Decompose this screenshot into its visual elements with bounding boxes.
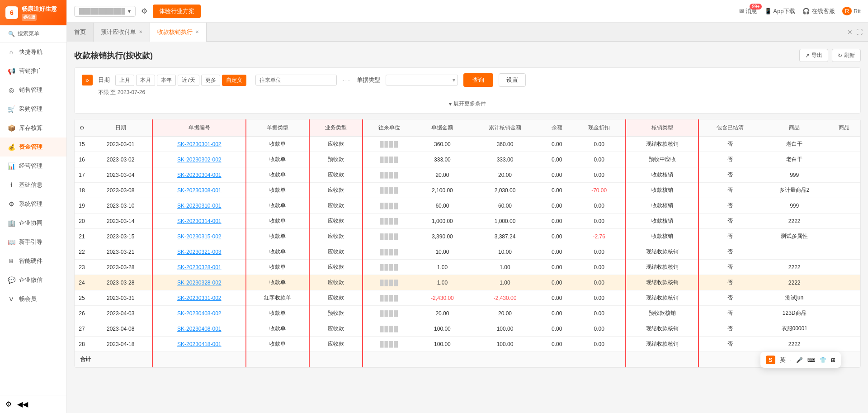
tab-collection-verify-close[interactable]: ✕: [195, 29, 199, 34]
table-cell[interactable]: SK-20230331-002: [152, 290, 246, 306]
total-amount: [415, 352, 470, 367]
more-date-btn[interactable]: 更多: [201, 75, 220, 86]
table-cell[interactable]: SK-20230304-001: [152, 167, 246, 183]
table-cell: [828, 290, 860, 306]
settings-button[interactable]: 设置: [499, 73, 526, 87]
this-month-btn[interactable]: 本月: [136, 75, 155, 86]
tab-collection-verify[interactable]: 收款核销执行 ✕: [150, 23, 207, 42]
settings-icon[interactable]: ⚙: [5, 400, 12, 408]
tab-home[interactable]: 首页: [67, 23, 94, 42]
table-cell: 否: [698, 275, 761, 290]
sidebar-item-guide[interactable]: 📖 新手引导: [0, 233, 66, 252]
sidebar-item-quick-nav[interactable]: ⌂ 快捷导航: [0, 43, 66, 62]
table-cell[interactable]: SK-20230308-001: [152, 183, 246, 198]
tabbar-actions: ✕ ⛶: [847, 28, 868, 36]
message-area[interactable]: ✉ 消息 99+: [739, 7, 758, 15]
table-cell[interactable]: SK-20230321-003: [152, 244, 246, 260]
table-cell: -2,430.00: [469, 290, 541, 306]
collapse-icon[interactable]: ◀◀: [17, 400, 28, 408]
tab-pre-receive[interactable]: 预计应收付单 ✕: [94, 23, 150, 42]
table-cell[interactable]: SK-20230315-002: [152, 229, 246, 244]
sidebar: 6 畅康道好生意 标推版 🔍 搜索菜单 ⌂ 快捷导航 📢 营销推广 ◎ 销售管理…: [0, 0, 67, 413]
sidebar-item-enterprise[interactable]: 🏢 企业协同: [0, 214, 66, 233]
sidebar-item-wechat[interactable]: 💬 企业微信: [0, 271, 66, 290]
table-cell[interactable]: SK-20230328-002: [152, 275, 246, 290]
user-info[interactable]: R Rit: [842, 8, 861, 14]
purchase-icon: 🛒: [7, 105, 15, 113]
expand-conditions-btn[interactable]: ▾ 展开更多条件: [449, 100, 486, 108]
table-cell[interactable]: SK-20230301-002: [152, 137, 246, 152]
sidebar-item-hardware[interactable]: 🖥 智能硬件: [0, 252, 66, 271]
tab-pre-receive-close[interactable]: ✕: [139, 29, 142, 34]
table-cell[interactable]: SK-20230418-001: [152, 337, 246, 352]
table-cell: 0.00: [573, 198, 625, 214]
grid-icon[interactable]: ⊞: [831, 357, 835, 363]
message-icon: ✉: [739, 8, 744, 14]
custom-date-btn[interactable]: 自定义: [222, 75, 246, 86]
table-cell: 收款单: [246, 167, 309, 183]
col-product2: 商品: [828, 119, 860, 137]
partner-input[interactable]: [255, 75, 337, 85]
table-cell: 0.00: [541, 214, 573, 229]
skin-icon[interactable]: 👕: [820, 357, 826, 363]
table-cell: 2023-03-21: [89, 244, 152, 260]
table-cell: ████: [363, 244, 415, 260]
table-cell[interactable]: SK-20230328-001: [152, 260, 246, 275]
table-cell: [828, 229, 860, 244]
table-cell[interactable]: SK-20230314-001: [152, 214, 246, 229]
table-cell[interactable]: SK-20230403-002: [152, 306, 246, 321]
table-cell: 0.00: [573, 306, 625, 321]
sidebar-item-member[interactable]: V 畅会员: [0, 290, 66, 309]
sidebar-search[interactable]: 🔍 搜索菜单: [0, 25, 66, 43]
gear-icon[interactable]: ⚙: [141, 7, 147, 15]
table-cell: 收款核销: [626, 198, 698, 214]
this-year-btn[interactable]: 本年: [157, 75, 176, 86]
export-button[interactable]: ↗ 导出: [799, 49, 828, 62]
topbar-right: ✉ 消息 99+ 📱 App下载 🎧 在线客服 R Rit: [739, 7, 861, 15]
col-biz-type: 业务类型: [309, 119, 363, 137]
online-service[interactable]: 🎧 在线客服: [802, 7, 835, 15]
table-cell[interactable]: SK-20230302-002: [152, 152, 246, 167]
table-cell: 测试jun: [761, 290, 828, 306]
sidebar-item-finance[interactable]: 💰 资金管理: [0, 138, 66, 157]
last-month-btn[interactable]: 上月: [115, 75, 134, 86]
col-gear[interactable]: ⚙: [75, 119, 89, 137]
table-cell: 否: [698, 183, 761, 198]
table-cell: 否: [698, 244, 761, 260]
query-button[interactable]: 查询: [463, 73, 493, 87]
table-cell: 333.00: [469, 152, 541, 167]
home-icon: ⌂: [7, 48, 15, 56]
sidebar-item-inventory[interactable]: 📦 库存核算: [0, 119, 66, 138]
tab-close-all-icon[interactable]: ✕: [847, 28, 853, 36]
microphone-icon[interactable]: 🎤: [796, 357, 803, 363]
table-cell: 0.00: [573, 167, 625, 183]
table-cell[interactable]: SK-20230310-001: [152, 198, 246, 214]
sidebar-item-operation[interactable]: 📊 经营管理: [0, 157, 66, 176]
voucher-type-select[interactable]: [386, 75, 458, 85]
total-accum: [469, 352, 541, 367]
filter-expand-toggle[interactable]: »: [82, 75, 93, 85]
table-cell[interactable]: SK-20230408-001: [152, 321, 246, 337]
sidebar-item-basic[interactable]: ℹ 基础信息: [0, 176, 66, 195]
sidebar-item-sales[interactable]: ◎ 销售管理: [0, 81, 66, 100]
table-row: 162023-03-02SK-20230302-002收款单预收款████333…: [75, 152, 860, 167]
sidebar-item-marketing[interactable]: 📢 营销推广: [0, 62, 66, 81]
app-download[interactable]: 📱 App下载: [764, 7, 795, 15]
table-cell: 应收款: [309, 337, 363, 352]
keyboard-icon[interactable]: ⌨: [807, 357, 815, 363]
nav-label: 新手引导: [19, 238, 42, 246]
solution-button[interactable]: 体验行业方案: [153, 5, 201, 18]
sidebar-item-system[interactable]: ⚙ 系统管理: [0, 195, 66, 214]
workspace-dropdown[interactable]: ████████████ ▾: [74, 6, 136, 17]
refresh-button[interactable]: ↻ 刷新: [832, 49, 861, 62]
guide-icon: 📖: [7, 238, 15, 246]
table-cell: 收款单: [246, 321, 309, 337]
chevron-down-icon: ▾: [128, 8, 131, 14]
table-cell: 0.00: [541, 167, 573, 183]
table-cell: 2023-03-31: [89, 290, 152, 306]
table-cell: 红字收款单: [246, 290, 309, 306]
table-cell: 0.00: [573, 137, 625, 152]
tab-expand-icon[interactable]: ⛶: [856, 28, 863, 36]
last-7days-btn[interactable]: 近7天: [178, 75, 200, 86]
sidebar-item-purchase[interactable]: 🛒 采购管理: [0, 100, 66, 119]
